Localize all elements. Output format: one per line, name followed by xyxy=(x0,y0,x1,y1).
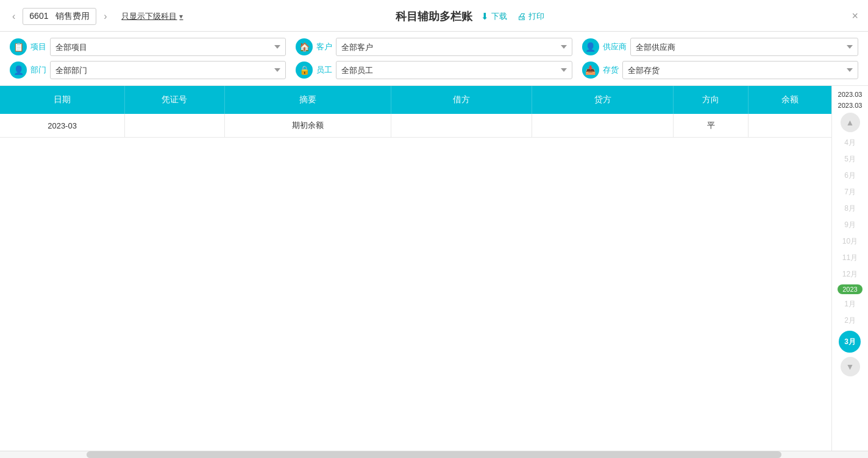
timeline-period1[interactable]: 2023.03 xyxy=(832,88,868,100)
filter-row-1: 📋 项目 全部项目 🏠 客户 全部客户 👤 供应商 全部供应商 xyxy=(10,38,858,56)
employee-icon: 🔒 xyxy=(296,62,313,79)
timeline-month-item[interactable]: 3月 xyxy=(839,331,861,353)
supplier-label: 供应商 xyxy=(603,41,627,52)
show-sub-label: 只显示下级科目 xyxy=(121,11,177,22)
main-window: ‹ 6601 销售费用 › 只显示下级科目 ▾ 科目辅助多栏账 ⬇ 下载 🖨 打… xyxy=(0,0,868,458)
timeline-month-item[interactable]: 10月 xyxy=(838,233,862,250)
col-direction: 方向 xyxy=(674,86,749,114)
filter-project: 📋 项目 全部项目 xyxy=(10,38,286,56)
timeline-month-item[interactable]: 6月 xyxy=(838,167,862,184)
timeline-month-item[interactable]: 12月 xyxy=(838,266,862,283)
main-content: 日期 凭证号 摘要 借方 贷方 方向 余额 2023-03 期初余额 xyxy=(0,86,868,451)
table-area: 日期 凭证号 摘要 借方 贷方 方向 余额 2023-03 期初余额 xyxy=(0,86,831,451)
col-date: 日期 xyxy=(0,86,125,114)
filter-customer: 🏠 客户 全部客户 xyxy=(296,38,572,56)
supplier-icon: 👤 xyxy=(582,38,599,55)
table-header-row: 日期 凭证号 摘要 借方 贷方 方向 余额 xyxy=(0,86,831,114)
customer-select[interactable]: 全部客户 xyxy=(336,38,572,56)
cell-voucher xyxy=(125,114,225,138)
cell-credit xyxy=(532,114,674,138)
table-row: 2023-03 期初余额 平 xyxy=(0,114,831,138)
project-label: 项目 xyxy=(30,41,46,52)
filter-department: 👤 部门 全部部门 xyxy=(10,61,286,79)
timeline-month-item[interactable]: 4月 xyxy=(838,135,862,151)
col-summary: 摘要 xyxy=(224,86,391,114)
timeline-period2[interactable]: 2023.03 xyxy=(832,100,868,110)
account-label: 6601 销售费用 xyxy=(23,8,96,25)
filter-row-2: 👤 部门 全部部门 🔒 员工 全部员工 📥 存货 全部存货 xyxy=(10,61,858,79)
account-code: 6601 xyxy=(29,11,48,21)
cell-summary: 期初余额 xyxy=(224,114,391,138)
department-select[interactable]: 全部部门 xyxy=(50,61,286,79)
timeline-month-item[interactable]: 11月 xyxy=(838,250,862,266)
timeline-month-item[interactable]: 2023 xyxy=(838,284,862,294)
project-icon: 📋 xyxy=(10,38,27,55)
chevron-down-icon: ▼ xyxy=(846,362,855,372)
cell-direction: 平 xyxy=(674,114,749,138)
customer-label: 客户 xyxy=(316,41,332,52)
col-credit: 贷方 xyxy=(532,86,674,114)
timeline-month-item[interactable]: 5月 xyxy=(838,151,862,167)
timeline-up-button[interactable]: ▲ xyxy=(841,113,860,132)
cell-debit xyxy=(391,114,532,138)
print-button[interactable]: 🖨 打印 xyxy=(517,11,544,22)
horizontal-scrollbar[interactable] xyxy=(0,451,868,458)
project-select[interactable]: 全部项目 xyxy=(50,38,286,56)
timeline-month-item[interactable]: 7月 xyxy=(838,184,862,200)
department-icon: 👤 xyxy=(10,62,27,79)
account-name: 销售费用 xyxy=(55,11,90,21)
timeline-month-item[interactable]: 1月 xyxy=(838,296,862,312)
title-right: ⬇ 下载 🖨 打印 xyxy=(481,11,544,22)
side-timeline: 2023.03 2023.03 ▲ 4月5月6月7月8月9月10月11月12月2… xyxy=(831,86,868,451)
timeline-month-item[interactable]: 9月 xyxy=(838,217,862,233)
customer-icon: 🏠 xyxy=(296,38,313,55)
title-left: ‹ 6601 销售费用 › 只显示下级科目 ▾ xyxy=(10,8,183,25)
page-title: 科目辅助多栏账 xyxy=(396,9,472,24)
cell-balance xyxy=(749,114,831,138)
download-button[interactable]: ⬇ 下载 xyxy=(481,11,507,22)
filter-area: 📋 项目 全部项目 🏠 客户 全部客户 👤 供应商 全部供应商 xyxy=(0,32,868,86)
filter-employee: 🔒 员工 全部员工 xyxy=(296,61,572,79)
employee-select[interactable]: 全部员工 xyxy=(336,61,572,79)
nav-next-button[interactable]: › xyxy=(101,10,109,23)
inventory-label: 存货 xyxy=(603,65,619,76)
supplier-select[interactable]: 全部供应商 xyxy=(630,38,858,56)
close-button[interactable]: × xyxy=(852,10,858,23)
employee-label: 员工 xyxy=(316,65,332,76)
download-icon: ⬇ xyxy=(481,11,489,22)
filter-supplier: 👤 供应商 全部供应商 xyxy=(582,38,858,56)
cell-date: 2023-03 xyxy=(0,114,125,138)
timeline-down-button[interactable]: ▼ xyxy=(841,357,860,376)
timeline-months: 4月5月6月7月8月9月10月11月12月20231月2月3月 xyxy=(838,135,862,354)
chevron-up-icon: ▲ xyxy=(846,118,855,127)
filter-inventory: 📥 存货 全部存货 xyxy=(582,61,858,79)
timeline-month-item[interactable]: 2月 xyxy=(838,312,862,329)
print-icon: 🖨 xyxy=(517,11,526,21)
inventory-select[interactable]: 全部存货 xyxy=(622,61,858,79)
inventory-icon: 📥 xyxy=(582,62,599,79)
scrollbar-thumb[interactable] xyxy=(87,451,781,458)
title-bar: ‹ 6601 销售费用 › 只显示下级科目 ▾ 科目辅助多栏账 ⬇ 下载 🖨 打… xyxy=(0,0,868,32)
show-sub-dropdown[interactable]: 只显示下级科目 ▾ xyxy=(121,11,183,22)
col-debit: 借方 xyxy=(391,86,532,114)
department-label: 部门 xyxy=(30,65,46,76)
nav-prev-button[interactable]: ‹ xyxy=(10,10,18,23)
timeline-month-item[interactable]: 8月 xyxy=(838,200,862,217)
col-balance: 余额 xyxy=(749,86,831,114)
col-voucher: 凭证号 xyxy=(125,86,225,114)
data-table: 日期 凭证号 摘要 借方 贷方 方向 余额 2023-03 期初余额 xyxy=(0,86,831,138)
chevron-down-icon: ▾ xyxy=(179,12,183,21)
